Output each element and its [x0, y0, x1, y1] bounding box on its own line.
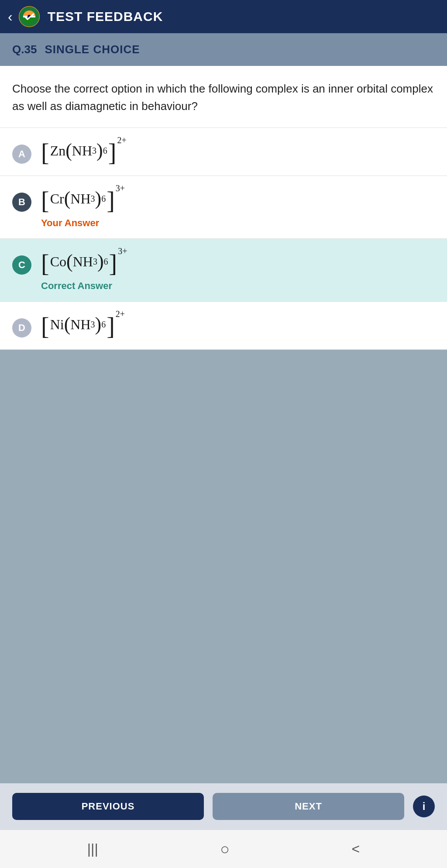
- option-c-formula: [ Co(NH3)6 ]3+: [41, 251, 127, 277]
- option-d-circle: D: [12, 318, 31, 338]
- app-logo: [19, 6, 40, 27]
- bottom-bar: PREVIOUS NEXT i: [0, 783, 447, 830]
- option-c-circle: C: [12, 255, 31, 275]
- option-b-formula: [ Cr(NH3)6 ]3+: [41, 188, 125, 214]
- your-answer-label: Your Answer: [41, 217, 435, 229]
- question-header: Q.35 SINGLE CHOICE: [0, 33, 447, 66]
- option-a-formula: [ Zn(NH3)6 ]2+: [41, 140, 127, 166]
- option-b[interactable]: B [ Cr(NH3)6 ]3+ Your Answer: [0, 176, 447, 239]
- option-c[interactable]: C [ Co(NH3)6 ]3+ Correct Answer: [0, 239, 447, 302]
- option-d-formula: [ Ni(NH3)6 ]2+: [41, 314, 125, 340]
- option-d[interactable]: D [ Ni(NH3)6 ]2+: [0, 302, 447, 350]
- menu-icon[interactable]: |||: [87, 841, 98, 857]
- header-title: TEST FEEDBACK: [48, 9, 163, 24]
- question-type: SINGLE CHOICE: [45, 43, 140, 56]
- question-number: Q.35: [12, 43, 37, 56]
- nav-bar: ||| ○ <: [0, 830, 447, 868]
- next-button[interactable]: NEXT: [213, 793, 404, 820]
- option-a-circle: A: [12, 145, 31, 164]
- question-body: Choose the correct option in which the f…: [0, 66, 447, 128]
- content-spacer: [0, 350, 447, 783]
- app-header: ‹ TEST FEEDBACK: [0, 0, 447, 33]
- option-b-circle: B: [12, 193, 31, 212]
- info-button[interactable]: i: [413, 796, 435, 817]
- home-icon[interactable]: ○: [220, 840, 230, 858]
- nav-back-icon[interactable]: <: [352, 841, 360, 857]
- question-text: Choose the correct option in which the f…: [12, 80, 435, 115]
- previous-button[interactable]: PREVIOUS: [12, 793, 204, 820]
- back-button[interactable]: ‹: [8, 10, 13, 24]
- correct-answer-label: Correct Answer: [41, 280, 435, 292]
- option-a[interactable]: A [ Zn(NH3)6 ]2+: [0, 128, 447, 176]
